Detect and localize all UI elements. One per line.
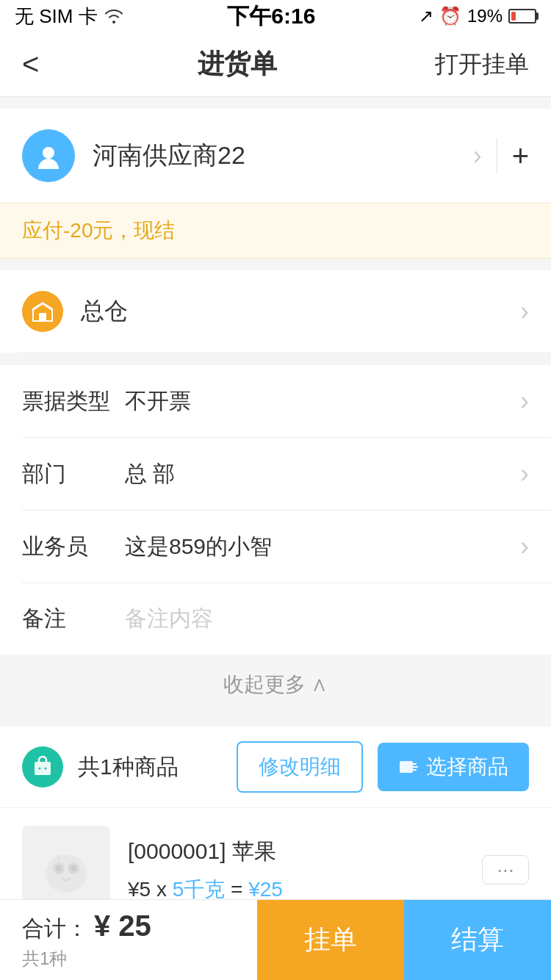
carrier-text: 无 SIM 卡 bbox=[15, 4, 98, 29]
product-count-text: 共1种商品 bbox=[78, 752, 222, 782]
form-arrow-invoice bbox=[520, 386, 529, 417]
product-header: 共1种商品 修改明细 选择商品 bbox=[0, 727, 551, 807]
form-value-invoice: 不开票 bbox=[125, 386, 513, 417]
nav-bar: < 进货单 打开挂单 bbox=[0, 32, 551, 97]
warehouse-label: 总仓 bbox=[81, 295, 520, 328]
form-key-salesperson: 业务员 bbox=[22, 532, 125, 562]
separator-1 bbox=[0, 97, 551, 109]
notice-bar: 应付-20元，现结 bbox=[0, 203, 551, 259]
warehouse-row[interactable]: 总仓 bbox=[0, 270, 551, 353]
svg-point-6 bbox=[46, 854, 87, 893]
product-total-price: ¥25 bbox=[248, 878, 283, 901]
form-row-salesperson[interactable]: 业务员 这是859的小智 bbox=[0, 511, 551, 583]
form-arrow-salesperson bbox=[520, 531, 529, 562]
form-placeholder-remark: 备注内容 bbox=[125, 604, 529, 634]
status-time: 下午6:16 bbox=[227, 1, 315, 32]
form-arrow-dept bbox=[520, 458, 529, 489]
notice-text: 应付-20元，现结 bbox=[22, 219, 175, 242]
alarm-icon: ⏰ bbox=[439, 6, 461, 26]
product-title: 苹果 bbox=[232, 839, 276, 863]
collapse-toggle[interactable]: 收起更多 ∧ bbox=[0, 655, 551, 715]
form-section: 票据类型 不开票 部门 总 部 业务员 这是859的小智 备注 备注内容 bbox=[0, 365, 551, 655]
checkout-button[interactable]: 结算 bbox=[404, 900, 551, 980]
warehouse-icon bbox=[22, 291, 63, 332]
svg-rect-2 bbox=[35, 762, 51, 775]
total-sub: 共1种 bbox=[22, 947, 235, 970]
product-quantity: 5千克 bbox=[173, 878, 226, 901]
battery-icon bbox=[508, 9, 536, 24]
page-title: 进货单 bbox=[198, 46, 277, 82]
separator-2 bbox=[0, 259, 551, 270]
separator-3 bbox=[0, 353, 551, 365]
total-amount: ¥ 25 bbox=[94, 909, 151, 943]
svg-point-10 bbox=[71, 865, 76, 871]
bottom-total: 合计： ¥ 25 共1种 bbox=[0, 900, 257, 980]
product-code: [0000001] bbox=[128, 839, 232, 863]
form-row-remark[interactable]: 备注 备注内容 bbox=[0, 583, 551, 655]
location-icon: ↗ bbox=[419, 6, 433, 26]
form-key-remark: 备注 bbox=[22, 604, 125, 634]
status-right-group: ↗ ⏰ 19% bbox=[419, 6, 536, 26]
add-supplier-button[interactable]: + bbox=[512, 140, 529, 173]
form-value-dept: 总 部 bbox=[125, 459, 513, 489]
form-key-dept: 部门 bbox=[22, 459, 125, 489]
svg-rect-1 bbox=[39, 313, 46, 322]
select-product-label: 选择商品 bbox=[426, 753, 508, 781]
select-product-button[interactable]: 选择商品 bbox=[378, 743, 529, 791]
supplier-arrow-icon bbox=[473, 140, 482, 171]
status-carrier: 无 SIM 卡 bbox=[15, 4, 124, 29]
supplier-name[interactable]: 河南供应商22 bbox=[93, 139, 473, 173]
svg-point-0 bbox=[43, 147, 54, 159]
svg-point-3 bbox=[39, 768, 41, 770]
svg-point-9 bbox=[56, 865, 62, 871]
product-equals: = bbox=[231, 878, 248, 901]
wifi-icon bbox=[104, 8, 124, 24]
product-count-icon bbox=[22, 746, 63, 788]
battery-percent: 19% bbox=[467, 6, 503, 26]
status-bar: 无 SIM 卡 下午6:16 ↗ ⏰ 19% bbox=[0, 0, 551, 32]
form-row-dept[interactable]: 部门 总 部 bbox=[0, 438, 551, 510]
product-info: [0000001] 苹果 ¥5 x 5千克 = ¥25 bbox=[128, 837, 464, 904]
supplier-divider bbox=[497, 138, 497, 173]
warehouse-arrow-icon bbox=[520, 296, 529, 327]
form-row-invoice[interactable]: 票据类型 不开票 bbox=[0, 365, 551, 437]
hang-button[interactable]: 挂单 bbox=[257, 900, 404, 980]
bottom-bar: 合计： ¥ 25 共1种 挂单 结算 bbox=[0, 899, 551, 980]
edit-detail-button[interactable]: 修改明细 bbox=[237, 741, 363, 793]
total-label: 合计： bbox=[22, 914, 88, 944]
svg-rect-5 bbox=[400, 761, 413, 773]
collapse-label: 收起更多 ∧ bbox=[223, 673, 328, 696]
form-key-invoice: 票据类型 bbox=[22, 386, 125, 417]
separator-4 bbox=[0, 715, 551, 727]
total-main: 合计： ¥ 25 bbox=[22, 909, 235, 944]
product-name: [0000001] 苹果 bbox=[128, 837, 464, 867]
product-more-button[interactable]: ··· bbox=[482, 855, 529, 884]
supplier-section: 河南供应商22 + bbox=[0, 109, 551, 203]
svg-point-4 bbox=[45, 768, 47, 770]
supplier-avatar bbox=[22, 129, 75, 182]
open-hang-button[interactable]: 打开挂单 bbox=[435, 48, 529, 81]
form-value-salesperson: 这是859的小智 bbox=[125, 532, 513, 562]
back-button[interactable]: < bbox=[22, 48, 39, 81]
product-unit-price: ¥5 x bbox=[128, 878, 173, 901]
